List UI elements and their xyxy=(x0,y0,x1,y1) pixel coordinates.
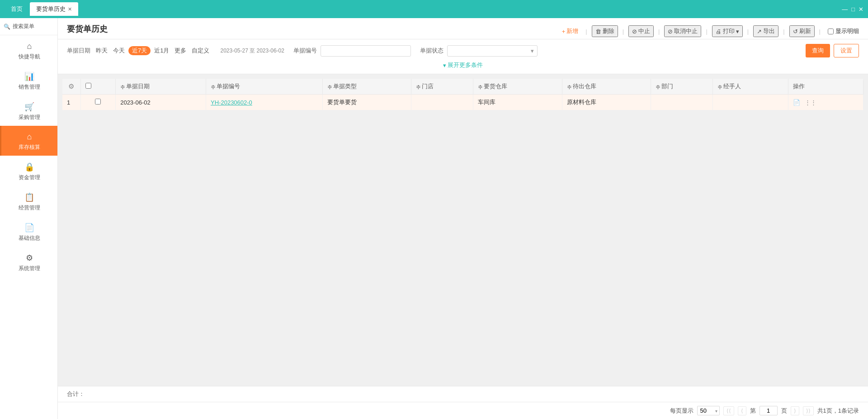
main-layout: 🔍 搜索菜单 ⌂ 快捷导航 📊 销售管理 🛒 采购管理 ⌂ 库存核算 🔒 资金管… xyxy=(0,18,868,419)
sidebar-item-operation[interactable]: 📋 经营管理 xyxy=(0,186,57,216)
date-btn-today[interactable]: 今天 xyxy=(111,46,127,55)
close-tab-icon[interactable]: ✕ xyxy=(68,6,72,12)
td-operation[interactable]: 📄 ⋮⋮ xyxy=(788,95,863,110)
shortcut-icon: ⌂ xyxy=(27,42,32,51)
docno-filter: 单据编号 xyxy=(293,45,411,57)
row-edit-icon[interactable]: ⋮⋮ xyxy=(805,99,816,106)
toolbar-right: + 新增 | 🗑 删除 | ⊘ 中止 | ⊘ xyxy=(559,25,859,37)
docstatus-filter: 单据状态 xyxy=(420,45,538,57)
sidebar-item-sales[interactable]: 📊 销售管理 xyxy=(0,65,57,95)
show-detail-checkbox[interactable] xyxy=(828,29,834,34)
expand-icon: ▾ xyxy=(443,62,446,69)
sidebar-item-basic[interactable]: 📄 基础信息 xyxy=(0,216,57,247)
next-page-btn[interactable]: ⟩ xyxy=(791,406,799,415)
docstatus-select-wrap xyxy=(447,45,538,57)
td-store xyxy=(411,95,473,110)
th-checkbox[interactable] xyxy=(80,79,116,95)
purchase-icon: 🛒 xyxy=(24,102,34,112)
date-btn-1month[interactable]: 近1月 xyxy=(152,46,171,55)
footer-total-label: 合计： xyxy=(67,390,85,398)
sales-icon: 📊 xyxy=(24,71,34,81)
show-detail-check[interactable]: 显示明细 xyxy=(828,27,859,35)
settings-col-icon[interactable]: ⚙ xyxy=(68,82,74,90)
window-controls: — □ ✕ xyxy=(842,6,863,13)
last-page-btn[interactable]: ⟩⟩ xyxy=(803,406,814,415)
page-input[interactable] xyxy=(760,406,778,415)
delete-button[interactable]: 🗑 删除 xyxy=(592,25,618,37)
th-docno: ≑ 单据编号 xyxy=(206,79,323,95)
page-header: 要货单历史 + 新增 | 🗑 删除 | ⊘ 中止 xyxy=(58,18,868,39)
select-all-checkbox[interactable] xyxy=(85,83,91,89)
export-icon: ↗ xyxy=(757,28,762,35)
docno-input[interactable] xyxy=(321,45,411,57)
table-area: ⚙ ≑ 单据日期 ≑ xyxy=(58,74,868,386)
query-button[interactable]: 查询 xyxy=(806,44,830,57)
docstatus-label: 单据状态 xyxy=(420,47,443,55)
stop-button[interactable]: ⊘ 中止 xyxy=(628,25,654,37)
print-icon: 🖨 xyxy=(716,28,722,35)
close-btn[interactable]: ✕ xyxy=(859,6,863,13)
table-header-row: ⚙ ≑ 单据日期 ≑ xyxy=(62,79,863,95)
date-btn-more[interactable]: 更多 xyxy=(173,46,188,55)
pagination: 每页显示 50 100 200 ⟨⟨ ⟨ 第 页 ⟩ ⟩⟩ 共1页，1条记录 xyxy=(58,402,868,419)
cancel-stop-button[interactable]: ⊘ 取消中止 xyxy=(664,25,701,37)
pagination-summary: 共1页，1条记录 xyxy=(817,407,859,415)
sidebar-search[interactable]: 🔍 搜索菜单 xyxy=(0,18,57,35)
th-doctype: ≑ 单据类型 xyxy=(322,79,411,95)
table-row: 1 2023-06-02 YH-20230602-0 要货单要货 车间库 原材料… xyxy=(62,95,863,110)
table-head: ⚙ ≑ 单据日期 ≑ xyxy=(62,79,863,95)
td-doctype: 要货单要货 xyxy=(322,95,411,110)
sidebar-item-shortcut[interactable]: ⌂ 快捷导航 xyxy=(0,35,57,65)
refresh-button[interactable]: ↺ 刷新 xyxy=(789,25,815,37)
tab-purchase-history[interactable]: 要货单历史 ✕ xyxy=(30,2,78,16)
docstatus-select[interactable] xyxy=(447,45,538,57)
cancel-stop-icon: ⊘ xyxy=(668,28,673,35)
td-date: 2023-06-02 xyxy=(116,95,206,110)
stop-icon: ⊘ xyxy=(632,28,637,35)
row-view-icon[interactable]: 📄 xyxy=(793,99,800,106)
date-btn-yesterday[interactable]: 昨天 xyxy=(94,46,109,55)
footer-bar: 合计： xyxy=(58,386,868,402)
sidebar-item-purchase[interactable]: 🛒 采购管理 xyxy=(0,95,57,126)
td-pending-warehouse: 原材料仓库 xyxy=(562,95,651,110)
filter-row: 单据日期 昨天 今天 近7天 近1月 更多 自定义 2023-05-27 至 2… xyxy=(67,44,859,57)
row-checkbox[interactable] xyxy=(95,99,101,105)
sidebar: 🔍 搜索菜单 ⌂ 快捷导航 📊 销售管理 🛒 采购管理 ⌂ 库存核算 🔒 资金管… xyxy=(0,18,58,419)
prev-page-btn[interactable]: ⟨ xyxy=(738,406,746,415)
settings-button[interactable]: 设置 xyxy=(834,44,859,57)
th-department: ≑ 部门 xyxy=(651,79,713,95)
sidebar-item-system[interactable]: ⚙ 系统管理 xyxy=(0,247,57,277)
th-handler: ≑ 经手人 xyxy=(713,79,788,95)
per-page-wrap: 50 100 200 xyxy=(697,406,720,415)
td-checkbox[interactable] xyxy=(80,95,116,110)
expand-filter-btn[interactable]: ▾ 展开更多条件 xyxy=(443,61,483,69)
minimize-btn[interactable]: — xyxy=(842,6,848,13)
finance-icon: 🔒 xyxy=(24,162,34,172)
sidebar-item-inventory[interactable]: ⌂ 库存核算 xyxy=(0,126,57,156)
td-docno[interactable]: YH-20230602-0 xyxy=(206,95,323,110)
td-req-warehouse: 车间库 xyxy=(473,95,562,110)
top-bar: 首页 要货单历史 ✕ — □ ✕ xyxy=(0,0,868,18)
per-page-select[interactable]: 50 100 200 xyxy=(697,406,720,415)
first-page-btn[interactable]: ⟨⟨ xyxy=(723,406,734,415)
new-button[interactable]: + 新增 xyxy=(559,26,581,36)
new-icon: + xyxy=(562,28,566,35)
date-range-text: 2023-05-27 至 2023-06-02 xyxy=(220,47,284,55)
sidebar-item-finance[interactable]: 🔒 资金管理 xyxy=(0,156,57,186)
export-button[interactable]: ↗ 导出 xyxy=(753,25,778,37)
refresh-icon: ↺ xyxy=(793,28,798,35)
th-date: ≑ 单据日期 xyxy=(116,79,206,95)
date-btn-custom[interactable]: 自定义 xyxy=(190,46,211,55)
th-settings[interactable]: ⚙ xyxy=(62,79,80,95)
date-range-display: 2023-05-27 至 2023-06-02 xyxy=(220,47,284,55)
th-pending-warehouse: ≑ 待出仓库 xyxy=(562,79,651,95)
td-num: 1 xyxy=(62,95,80,110)
tab-home[interactable]: 首页 xyxy=(5,2,29,16)
data-table: ⚙ ≑ 单据日期 ≑ xyxy=(62,79,863,110)
print-button[interactable]: 🖨 打印 ▾ xyxy=(712,25,743,37)
filter-actions: 查询 设置 xyxy=(806,44,859,57)
maximize-btn[interactable]: □ xyxy=(851,6,855,13)
filter-area: 单据日期 昨天 今天 近7天 近1月 更多 自定义 2023-05-27 至 2… xyxy=(58,39,868,74)
docno-label: 单据编号 xyxy=(293,47,317,55)
date-btn-7days[interactable]: 近7天 xyxy=(128,46,151,55)
